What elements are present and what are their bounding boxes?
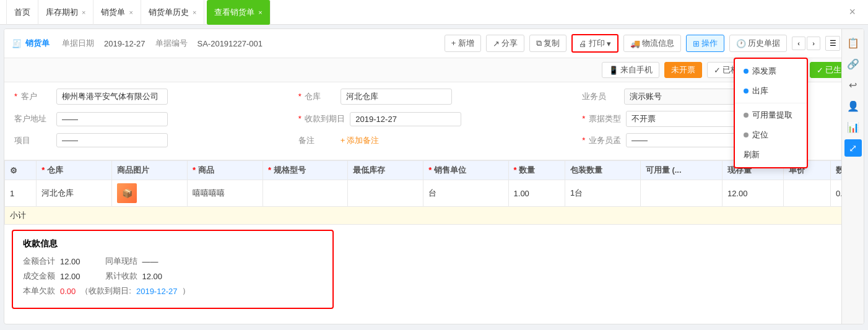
dropdown-divider xyxy=(735,103,807,103)
row-package-qty: 1台 xyxy=(565,180,640,207)
address-value[interactable]: —— xyxy=(56,112,168,126)
history-btn[interactable]: 🕐 历史单据 xyxy=(729,35,787,52)
row-quantity: 1.00 xyxy=(508,180,565,207)
customer-label: * 客户 xyxy=(14,91,51,102)
tab-inventory-close[interactable]: × xyxy=(82,9,85,16)
tab-sales-history-label: 销货单历史 xyxy=(149,7,189,18)
tab-view-sales[interactable]: 查看销货单 × xyxy=(207,0,270,25)
tab-sales-label: 销货单 xyxy=(101,7,125,18)
add-invoice-label: 添发票 xyxy=(752,66,776,77)
tab-bar-close-btn[interactable]: × xyxy=(843,6,862,19)
payment-row-2: 成交金额 12.00 累计收款 12.00 xyxy=(23,271,323,282)
new-btn[interactable]: + 新增 xyxy=(445,35,481,52)
row-index: 1 xyxy=(5,180,37,207)
row-current-stock: 12.00 xyxy=(722,180,783,207)
share-btn[interactable]: ↗ 分享 xyxy=(486,35,524,52)
locate-icon xyxy=(744,132,749,137)
tab-home[interactable]: 首页 xyxy=(6,0,38,25)
not-open-label: 未开票 xyxy=(671,64,695,76)
transaction-value: 12.00 xyxy=(60,272,80,281)
col-warehouse: * 仓库 xyxy=(37,161,112,180)
warehouse-group: * 仓库 河北仓库 xyxy=(298,89,570,105)
dropdown-menu: 添发票 出库 可用量提取 定位 刷新 xyxy=(734,58,808,168)
outbound-label: 出库 xyxy=(752,85,768,97)
payment-row-1: 金额合计 12.00 同单现结 —— xyxy=(23,256,323,267)
logistics-btn[interactable]: 🚚 物流信息 xyxy=(623,35,681,52)
plus-icon: + xyxy=(341,136,345,145)
sidebar-icon-3[interactable]: ↩ xyxy=(844,76,862,93)
col-settings[interactable]: ⚙ xyxy=(5,161,37,180)
sidebar-icon-2[interactable]: 🔗 xyxy=(844,55,862,72)
copy-icon: ⧉ xyxy=(536,38,542,48)
sidebar-icon-6[interactable]: ⤢ xyxy=(844,139,862,157)
not-open-btn[interactable]: 未开票 xyxy=(664,62,702,78)
staff-label: 业务员 xyxy=(582,91,619,102)
tab-view-label: 查看销货单 xyxy=(214,7,254,18)
sidebar-icon-5[interactable]: 📊 xyxy=(844,118,862,136)
cumulative-label: 累计收款 xyxy=(105,271,137,282)
row-warehouse: 河北仓库 xyxy=(37,180,112,207)
dropdown-available[interactable]: 可用量提取 xyxy=(735,105,807,125)
tab-sales-order[interactable]: 销货单 × xyxy=(93,0,141,25)
sidebar-icon-1[interactable]: 📋 xyxy=(844,34,862,51)
total-amount-item: 金额合计 12.00 xyxy=(23,256,80,267)
warehouse-value[interactable]: 河北仓库 xyxy=(341,89,452,105)
share-btn-label: 分享 xyxy=(501,38,518,49)
col-spec: * 规格型号 xyxy=(263,161,348,180)
row-unit-price xyxy=(783,180,830,207)
col-product-img: 商品图片 xyxy=(112,161,188,180)
dropdown-locate[interactable]: 定位 xyxy=(735,125,807,145)
warehouse-label: * 仓库 xyxy=(298,91,336,102)
address-label: 客户地址 xyxy=(14,113,51,124)
payment-date-value[interactable]: 2019-12-27 xyxy=(350,112,461,126)
tab-history-close[interactable]: × xyxy=(193,9,196,16)
tab-view-close[interactable]: × xyxy=(258,9,262,16)
prev-arrow[interactable]: ‹ xyxy=(792,37,805,50)
customer-value[interactable]: 柳州粤港平安气体有限公司 xyxy=(56,89,168,105)
from-phone-btn[interactable]: 📱 来自手机 xyxy=(602,62,659,78)
subtotal-row: 小计 xyxy=(5,207,864,225)
row-spec xyxy=(263,180,348,207)
history-icon: 🕐 xyxy=(736,39,746,48)
project-value[interactable]: —— xyxy=(56,133,168,147)
tab-inventory-label: 库存期初 xyxy=(46,7,78,18)
total-amount-value: 12.00 xyxy=(60,257,80,266)
ticket-value[interactable]: 不开票 xyxy=(626,111,737,127)
due-date-text: （收款到期日: xyxy=(80,285,131,297)
address-group: 客户地址 —— xyxy=(14,112,286,126)
same-order-label: 同单现结 xyxy=(105,256,137,267)
view-list-btn[interactable]: ☰ xyxy=(825,36,840,51)
print-btn-label: 打印 xyxy=(589,38,605,49)
print-btn[interactable]: 🖨 打印 ▾ xyxy=(571,34,618,53)
next-arrow[interactable]: › xyxy=(807,37,820,50)
available-label: 可用量提取 xyxy=(752,110,792,121)
col-sales-unit: * 销售单位 xyxy=(423,161,508,180)
operate-btn[interactable]: ⊞ 操作 xyxy=(686,35,724,52)
dropdown-add-invoice[interactable]: 添发票 xyxy=(735,61,807,81)
table-container: ⚙ * 仓库 商品图片 * 商品 * 规格型号 最低库存 * 销售单位 * 数量… xyxy=(4,160,864,225)
customer-group: * 客户 柳州粤港平安气体有限公司 xyxy=(14,89,286,105)
col-quantity: * 数量 xyxy=(508,161,565,180)
due-value: 0.00 xyxy=(60,287,76,296)
sidebar-icon-4[interactable]: 👤 xyxy=(844,97,862,115)
sales-order-icon: 🧾 xyxy=(12,39,22,48)
form-title: 🧾 销货单 xyxy=(12,38,50,49)
payment-row-3: 本单欠款 0.00 （收款到期日: 2019-12-27 ） xyxy=(23,285,323,297)
cumulative-value: 12.00 xyxy=(142,272,163,281)
dropdown-refresh[interactable]: 刷新 xyxy=(735,145,807,165)
tab-inventory-init[interactable]: 库存期初 × xyxy=(38,0,93,25)
col-package-qty: 包装数量 xyxy=(565,161,640,180)
dropdown-outbound[interactable]: 出库 xyxy=(735,81,807,101)
tab-sales-close[interactable]: × xyxy=(129,9,132,16)
ticket-label: * 票据类型 xyxy=(582,113,621,124)
tab-sales-history[interactable]: 销货单历史 × xyxy=(141,0,204,25)
available-icon xyxy=(744,113,749,118)
salesman-value[interactable]: —— xyxy=(626,133,737,147)
cumulative-item: 累计收款 12.00 xyxy=(105,271,163,282)
form-actions: + 新增 ↗ 分享 ⧉ 复制 🖨 打印 ▾ 🚚 物流信息 ⊞ 操作 xyxy=(445,34,856,53)
product-thumbnail: 📦 xyxy=(117,183,137,203)
copy-btn[interactable]: ⧉ 复制 xyxy=(529,35,566,52)
settings-icon: ⚙ xyxy=(10,166,17,175)
field-row-3: 项目 —— 备注 + 添加备注 * 业务员孟 —— xyxy=(14,133,854,147)
add-note-btn[interactable]: + 添加备注 xyxy=(341,135,380,146)
